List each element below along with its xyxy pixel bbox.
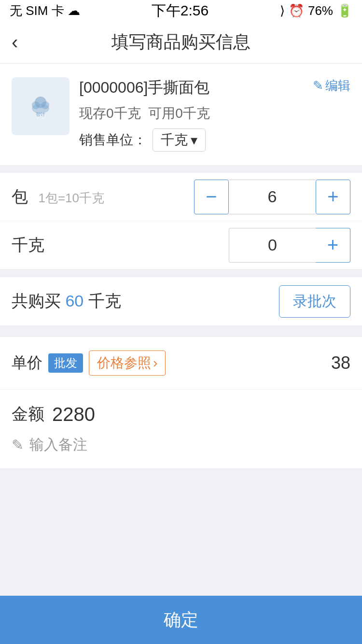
edit-button[interactable]: ✎ 编辑 [313,77,350,94]
edit-icon: ✎ [313,78,323,93]
quantity-section: 包 1包=10千克 − + 千克 + [0,173,362,269]
price-left: 单价 批发 价格参照 › [12,350,166,376]
price-value: 38 [331,353,350,373]
product-card: 智计 [0000006]手撕面包 现存0千克 可用0千克 销售单位： 千克 ▾ … [0,64,362,165]
page-title: 填写商品购买信息 [111,30,251,54]
confirm-button[interactable]: 确定 [164,608,198,632]
quantity-input-kg[interactable] [229,228,316,263]
price-section: 单价 批发 价格参照 › 38 [0,333,362,389]
total-amount: 60 [65,292,88,310]
quantity-controls-bao: − + [194,180,350,214]
quantity-label-bao: 包 1包=10千克 [12,186,194,208]
price-type-tag: 批发 [48,353,83,373]
price-row: 单价 批发 价格参照 › 38 [12,350,350,376]
price-label: 单价 [12,352,42,374]
increment-kg-button[interactable]: + [316,228,350,263]
svg-text:智计: 智计 [36,112,45,117]
remark-row[interactable]: ✎ 输入备注 [12,435,350,455]
unit-dropdown[interactable]: 千克 ▾ [153,128,206,152]
amount-row: 金额 2280 [12,403,350,425]
quantity-hint-bao: 1包=10千克 [38,191,104,205]
product-name: [0000006]手撕面包 [79,77,350,98]
product-stock: 现存0千克 可用0千克 [79,104,350,123]
quantity-controls-kg: + [229,228,350,263]
battery-text: 76% [308,3,333,18]
price-ref-arrow-icon: › [153,355,157,371]
batch-button[interactable]: 录批次 [279,285,350,318]
alarm-icon: ⏰ [289,3,304,18]
remark-text: 输入备注 [29,435,87,455]
quantity-row-bao: 包 1包=10千克 − + [0,173,362,221]
signal-text: 无 SIM 卡 ☁ [10,2,80,19]
quantity-input-bao[interactable] [229,180,316,214]
status-left: 无 SIM 卡 ☁ [10,2,80,19]
decrement-bao-button[interactable]: − [194,180,229,214]
status-time: 下午2:56 [152,1,209,21]
location-icon: ⟩ [280,3,285,18]
increment-bao-button[interactable]: + [316,180,350,214]
status-bar: 无 SIM 卡 ☁ 下午2:56 ⟩ ⏰ 76% 🔋 [0,0,362,21]
product-image: 智计 [12,77,70,135]
price-ref-button[interactable]: 价格参照 › [89,350,166,376]
grey-spacer [0,468,362,613]
back-button[interactable]: ‹ [12,31,18,53]
product-info: [0000006]手撕面包 现存0千克 可用0千克 销售单位： 千克 ▾ [79,77,350,152]
total-text: 共购买 60 千克 [12,290,121,312]
amount-label: 金额 [12,403,44,425]
amount-value: 2280 [52,404,95,425]
nav-bar: ‹ 填写商品购买信息 [0,21,362,64]
amount-section: 金额 2280 ✎ 输入备注 [0,389,362,468]
confirm-bar[interactable]: 确定 [0,596,362,644]
pencil-icon: ✎ [12,436,24,453]
battery-icon: 🔋 [337,3,352,18]
status-right: ⟩ ⏰ 76% 🔋 [280,3,352,18]
product-unit: 销售单位： 千克 ▾ [79,128,350,152]
dropdown-arrow-icon: ▾ [191,132,197,148]
quantity-label-kg: 千克 [12,234,229,256]
quantity-row-kg: 千克 + [0,221,362,269]
total-section: 共购买 60 千克 录批次 [0,277,362,325]
